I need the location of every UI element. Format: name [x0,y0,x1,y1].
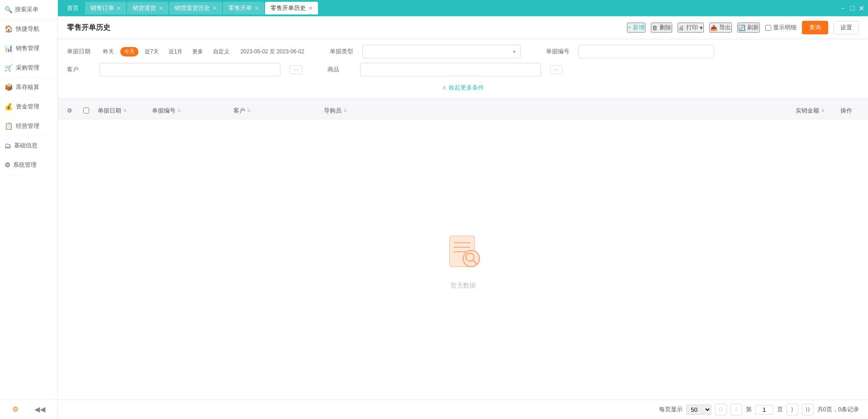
collapse-filter-btn[interactable]: ∧ 收起更多条件 [67,81,859,93]
tab-close-icon[interactable]: ✕ [213,5,217,11]
sidebar-item-quicknav[interactable]: 🏠 快捷导航 [0,19,57,39]
basicinfo-icon: 🗂 [5,142,11,150]
tab-home[interactable]: 首页 [62,2,84,14]
tab-close-icon[interactable]: ✕ [255,5,259,11]
sort-icon: ⇅ [821,108,825,113]
goods-filter-input[interactable] [360,63,541,76]
settings-button[interactable]: 设置 [834,21,859,34]
export-button[interactable]: 📤 导出 [709,23,732,33]
sidebar-item-label: 资金管理 [16,103,39,111]
tab-sales-order[interactable]: 销售订单 ✕ [85,2,126,14]
sales-icon: 📊 [5,44,13,52]
tab-return[interactable]: 销货退货 ✕ [127,2,168,14]
select-arrow-icon: ▾ [513,49,516,55]
table-header: ⚙ 单据日期 ⇅ 单据编号 ⇅ 客户 ⇅ 导购员 ⇅ [58,102,868,119]
main-area: 首页 销售订单 ✕ 销货退货 ✕ 销货退货历史 ✕ 零售开单 ✕ 零售开单历史 … [58,0,868,419]
display-detail-toggle[interactable]: 显示明细 [765,24,797,32]
sidebar-search[interactable]: 🔍 搜索采单 [0,0,57,19]
pagination: 每页显示 50 10 20 100 ⟨⟨ ⟨ 第 页 ⟩ ⟩⟩ 共0页，0条记录 [58,400,868,419]
th-amount-label: 实销金额 [796,107,819,115]
finance-icon: 💰 [5,103,13,111]
th-number[interactable]: 单据编号 ⇅ [148,107,230,115]
sort-icon: ⇅ [247,108,251,113]
customer-filter-input[interactable] [100,63,280,76]
tab-close-icon[interactable]: ✕ [117,5,121,11]
tab-label: 销货退货历史 [175,4,210,12]
date-opt-1month[interactable]: 近1月 [165,47,186,56]
page-header: 零售开单历史 + 新增 🗑 删除 🖨 打印 ▾ 📤 导出 🔄 [58,16,868,39]
add-button[interactable]: + 新增 [627,23,645,33]
refresh-button[interactable]: 🔄 刷新 [737,23,760,33]
display-detail-checkbox[interactable] [765,25,771,31]
next-page-button[interactable]: ⟩ [787,404,798,415]
first-page-button[interactable]: ⟨⟨ [715,404,727,415]
filter-row-1: 单据日期 昨天 今天 近7天 近1月 更多 自定义 2023-06-02 至 2… [67,45,859,58]
refresh-icon: 🔄 [738,24,745,31]
system-icon: ⚙ [5,161,10,169]
th-customer[interactable]: 客户 ⇅ [230,107,320,115]
tab-retail-open-history[interactable]: 零售开单历史 ✕ [265,2,318,14]
sidebar-item-system[interactable]: ⚙ 系统管理 [0,155,57,175]
page-label-post: 页 [777,405,783,414]
sidebar-item-basicinfo[interactable]: 🗂 基础信息 [0,136,57,155]
th-date[interactable]: 单据日期 ⇅ [94,107,148,115]
date-opt-7days[interactable]: 近7天 [141,47,162,56]
sidebar-item-business[interactable]: 📋 经营管理 [0,117,57,136]
th-customer-label: 客户 [233,107,245,115]
type-filter-select[interactable]: ▾ [362,45,521,58]
print-button[interactable]: 🖨 打印 ▾ [678,23,704,33]
home-icon: 🏠 [5,25,13,33]
minimize-icon[interactable]: － [840,4,847,13]
sidebar-item-finance[interactable]: 💰 资金管理 [0,97,57,117]
tab-return-history[interactable]: 销货退货历史 ✕ [169,2,222,14]
tab-close-icon[interactable]: ✕ [159,5,163,11]
date-opt-yesterday[interactable]: 昨天 [100,47,118,56]
filter-area: 单据日期 昨天 今天 近7天 近1月 更多 自定义 2023-06-02 至 2… [58,39,868,99]
number-filter-label: 单据编号 [546,47,571,56]
content-area: 零售开单历史 + 新增 🗑 删除 🖨 打印 ▾ 📤 导出 🔄 [58,16,868,419]
number-filter-input[interactable] [579,45,714,58]
maximize-icon[interactable]: □ [850,4,855,12]
delete-button[interactable]: 🗑 删除 [651,23,672,33]
tab-close-icon[interactable]: ✕ [308,5,313,11]
column-settings-icon[interactable]: ⚙ [62,107,78,114]
sidebar-item-label: 系统管理 [13,161,37,169]
empty-text: 暂无数据 [451,282,476,290]
date-opt-today[interactable]: 今天 [120,47,138,56]
window-close-icon[interactable]: ✕ [859,4,864,13]
th-guide[interactable]: 导购员 ⇅ [320,107,375,115]
select-all-checkbox-cell[interactable] [78,108,94,113]
tab-label: 零售开单 [228,4,252,12]
page-number-input[interactable] [755,405,773,414]
tab-retail-open[interactable]: 零售开单 ✕ [223,2,264,14]
settings-icon[interactable]: ⚙ [12,405,19,414]
page-title: 零售开单历史 [67,23,110,33]
sidebar-collapse-icon[interactable]: ◀◀ [34,405,45,414]
tabs-bar: 首页 销售订单 ✕ 销货退货 ✕ 销货退货历史 ✕ 零售开单 ✕ 零售开单历史 … [58,0,868,16]
per-page-select[interactable]: 50 10 20 100 [686,405,711,415]
th-amount[interactable]: 实销金额 ⇅ [774,107,828,115]
sidebar-item-sales[interactable]: 📊 销售管理 [0,39,57,58]
date-opt-custom[interactable]: 自定义 [209,47,233,56]
collapse-filter-label: ∧ 收起更多条件 [442,84,484,91]
select-all-checkbox[interactable] [83,108,89,113]
inventory-icon: 📦 [5,83,13,91]
prev-page-button[interactable]: ⟨ [730,404,742,415]
sidebar-item-purchase[interactable]: 🛒 采购管理 [0,58,57,78]
empty-illustration [441,229,486,274]
print-label: 打印 [686,24,698,32]
empty-state: 暂无数据 [58,119,868,400]
customer-ellipsis-button[interactable]: ··· [289,65,302,74]
print-arrow-icon: ▾ [700,24,703,31]
th-guide-label: 导购员 [324,107,342,115]
page-label-pre: 第 [746,405,752,414]
query-button[interactable]: 查询 [802,21,828,34]
toolbar: + 新增 🗑 删除 🖨 打印 ▾ 📤 导出 🔄 刷新 [627,21,859,34]
sidebar-item-label: 销售管理 [16,44,39,52]
sidebar-item-inventory[interactable]: 📦 库存核算 [0,78,57,97]
last-page-button[interactable]: ⟩⟩ [802,404,814,415]
goods-ellipsis-button[interactable]: ··· [550,65,563,74]
date-opt-more[interactable]: 更多 [189,47,207,56]
export-icon: 📤 [710,24,717,31]
tab-label: 销货退货 [133,4,156,12]
